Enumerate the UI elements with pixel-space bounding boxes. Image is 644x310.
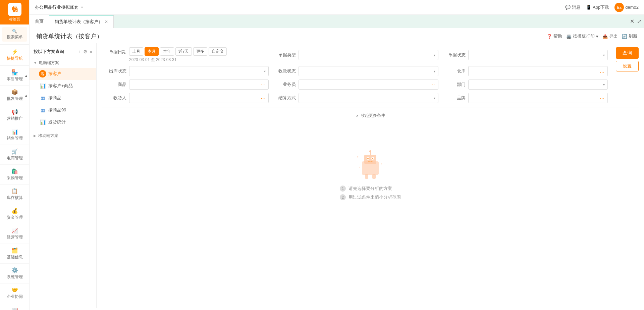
recipient-input[interactable]: ··· (129, 93, 269, 103)
sidebar-item-sales[interactable]: 📊 销售管理 (0, 125, 29, 145)
tree-item-by-product-99-label: 按商品99 (48, 107, 66, 113)
date-filter-cell: 单据日期 上月 本月 本年 近7天 更多 自定义 (102, 47, 271, 63)
retail-label: 零售管理 (7, 76, 23, 82)
date-btn-last-7days[interactable]: 近7天 (175, 47, 192, 56)
print-icon: 🖨️ (566, 34, 572, 39)
marketing-icon: 📢 (11, 109, 18, 115)
user-profile-button[interactable]: Ea demo2 (614, 3, 639, 12)
date-btn-last-month[interactable]: 上月 (129, 47, 143, 56)
dept-cell: 部门 ▾ (441, 80, 610, 90)
date-btn-this-year[interactable]: 本年 (160, 47, 174, 56)
print-button[interactable]: 🖨️ 按模板打印 ▾ (566, 33, 598, 39)
payment-status-arrow: ▾ (434, 69, 435, 73)
logo-icon: 畅 (8, 3, 21, 16)
panel-settings-button[interactable]: ⚙ (83, 49, 88, 54)
tree-item-by-product-label: 按商品 (48, 95, 61, 101)
collapse-filter-button[interactable]: ∧ 收起更多条件 (102, 110, 639, 121)
tree-item-by-customer[interactable]: 客 按客户 (30, 68, 96, 80)
sidebar-item-wholesale[interactable]: 📦 批发管理 ▲ (0, 86, 29, 105)
warehouse-cell: 仓库 ... (441, 66, 610, 76)
quick-nav-section: ⚡ 快捷导航 (0, 45, 29, 66)
payment-method-arrow: ▾ (434, 96, 435, 100)
tree-group-mobile: ▶ 移动端方案 (30, 130, 96, 142)
system-label: 系统管理 (7, 274, 23, 280)
message-button[interactable]: 💬 消息 (565, 4, 581, 10)
brand-cell: 品牌 ··· (441, 93, 610, 103)
svg-text:✦: ✦ (380, 162, 383, 165)
download-label: App下载 (593, 4, 609, 10)
page-title: 销货单统计表（按客户） (36, 32, 103, 40)
warehouse-input[interactable]: ... (468, 66, 608, 76)
dept-select[interactable]: ▾ (468, 80, 608, 90)
ship-status-arrow: ▾ (264, 69, 266, 73)
left-panel: 按以下方案查询 + ⚙ « ▼ 电脑端方案 客 按客户 (30, 43, 97, 308)
sidebar-item-basic[interactable]: 🗂️ 基础信息 (0, 244, 29, 264)
tree-item-return-stats-label: 退货统计 (48, 119, 66, 125)
tab-close-icon[interactable]: ✕ (105, 19, 108, 24)
product-input[interactable]: ··· (129, 80, 269, 90)
panel-collapse-button[interactable]: « (90, 49, 92, 54)
doc-status-arrow: ▾ (603, 53, 605, 57)
retail-icon: 🏪 (11, 69, 18, 75)
tree-group-mobile-label[interactable]: ▶ 移动端方案 (30, 131, 96, 141)
ship-status-select[interactable]: ▾ (129, 66, 269, 76)
title-dropdown-arrow[interactable]: ▾ (81, 5, 83, 9)
dept-arrow: ▾ (603, 83, 605, 87)
panel-add-button[interactable]: + (78, 49, 81, 54)
tab-bar-controls: ✕ ⤢ (630, 18, 644, 24)
brand-input[interactable]: ··· (468, 93, 608, 103)
date-btn-more[interactable]: 更多 (193, 47, 207, 56)
sidebar-item-purchase[interactable]: 🛍️ 采购管理 (0, 165, 29, 185)
svg-point-7 (369, 150, 371, 152)
sidebar-item-marketing[interactable]: 📢 营销推广 (0, 105, 29, 125)
date-btn-this-month[interactable]: 本月 (145, 47, 159, 56)
doc-status-select[interactable]: ▾ (468, 50, 608, 60)
content-area: 按以下方案查询 + ⚙ « ▼ 电脑端方案 客 按客户 (30, 43, 644, 308)
date-btn-custom[interactable]: 自定义 (209, 47, 227, 56)
tree-item-by-product-99[interactable]: ▦ 按商品99 (30, 104, 96, 116)
empty-tip-2: 2 用过滤条件来缩小分析范围 (340, 194, 401, 200)
settings-button[interactable]: 设置 (616, 61, 639, 71)
collapse-label: 收起更多条件 (361, 113, 385, 118)
main-area: 办公用品行业模拟账套 ▾ 💬 消息 📱 App下载 Ea demo2 首页 (30, 0, 644, 310)
quick-nav-item[interactable]: ⚡ 快捷导航 (2, 47, 27, 63)
sidebar-item-finance[interactable]: 💰 资金管理 (0, 204, 29, 224)
tab-expand-icon[interactable]: ⤢ (637, 18, 641, 24)
help-button[interactable]: ❓ 帮助 (547, 33, 562, 39)
app-download-button[interactable]: 📱 App下载 (586, 4, 609, 10)
salesperson-input[interactable]: ··· (299, 80, 438, 90)
tree-item-return-stats[interactable]: 📊 退货统计 (30, 116, 96, 128)
tree-group-mobile-text: 移动端方案 (38, 133, 58, 139)
empty-illustration: ✦ ✦ ✦ (350, 148, 390, 182)
tab-close-all-icon[interactable]: ✕ (630, 18, 634, 24)
tree-item-customer-product[interactable]: 📊 按客户+商品 (30, 80, 96, 92)
sidebar-item-enterprise[interactable]: 🤝 企业协同 (0, 283, 29, 303)
search-menu-button[interactable]: 🔍 搜索菜单 (2, 27, 27, 42)
payment-method-select[interactable]: ▾ (299, 93, 438, 103)
sidebar-item-inventory[interactable]: 📋 库存核算 (0, 185, 29, 204)
sidebar: 畅 标签页 🔍 搜索菜单 ⚡ 快捷导航 🏪 零售管理 ▲ 📦 批发管理 ▲ 📢 … (0, 0, 30, 310)
refresh-button[interactable]: 🔄 刷新 (622, 33, 637, 39)
payment-status-select[interactable]: ▾ (299, 66, 438, 76)
tab-home[interactable]: 首页 (30, 15, 49, 28)
doc-type-select[interactable]: ▾ (299, 50, 438, 60)
sidebar-item-newguide[interactable]: 📖 新手引导 (0, 303, 29, 310)
export-button[interactable]: 📤 导出 (602, 33, 618, 39)
filter-row-2: 出库状态 ▾ 收款状态 ▾ (102, 66, 610, 76)
tree-mobile-arrow: ▶ (34, 134, 36, 138)
doc-status-label: 单据状态 (444, 52, 466, 58)
sidebar-item-system[interactable]: ⚙️ 系统管理 (0, 264, 29, 283)
sidebar-item-retail[interactable]: 🏪 零售管理 ▲ (0, 66, 29, 86)
svg-text:✦: ✦ (356, 155, 359, 159)
filter-row-3: 商品 ··· 业务员 ··· (102, 80, 610, 90)
brand-dots: ··· (600, 95, 605, 101)
tab-sales-stats[interactable]: 销货单统计表（按客户） ✕ (49, 15, 114, 28)
date-range-text: 2023-03-01 至 2023-03-31 (129, 57, 269, 63)
tree-group-desktop-label[interactable]: ▼ 电脑端方案 (30, 58, 96, 68)
tree-item-by-product[interactable]: ▦ 按商品 (30, 92, 96, 104)
query-button[interactable]: 查询 (616, 47, 639, 59)
product-label: 商品 (105, 82, 126, 88)
sidebar-item-operations[interactable]: 📈 经营管理 (0, 224, 29, 244)
sidebar-item-ecommerce[interactable]: 🛒 电商管理 (0, 145, 29, 165)
finance-label: 资金管理 (7, 215, 23, 220)
